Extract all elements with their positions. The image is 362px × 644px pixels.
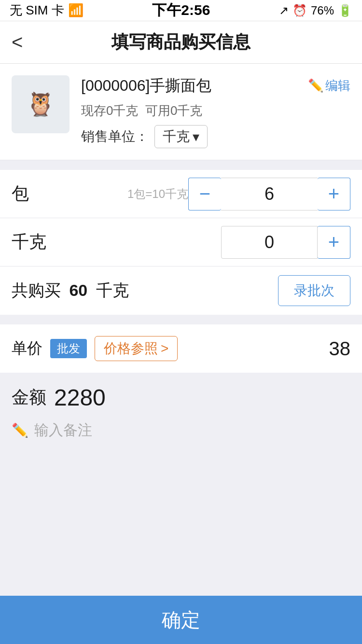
alarm-icon: ⏰ <box>292 4 307 17</box>
batch-button[interactable]: 录批次 <box>278 275 350 306</box>
price-label: 单价 <box>12 338 42 359</box>
status-bar: 无 SIM 卡 📶 下午2:56 ↗ ⏰ 76% 🔋 <box>0 0 362 21</box>
pack-row: 包 1包=10千克 − + <box>0 170 362 218</box>
pack-decrement-button[interactable]: − <box>188 178 221 210</box>
status-left: 无 SIM 卡 📶 <box>10 2 84 19</box>
unit-select[interactable]: 千克 ▾ <box>154 125 208 148</box>
kg-label: 千克 <box>12 230 221 254</box>
amount-section: 金额 2280 ✏️ 输入备注 <box>0 373 362 452</box>
status-time: 下午2:56 <box>152 0 210 20</box>
price-value: 38 <box>329 338 351 360</box>
pack-hint: 1包=10千克 <box>127 186 188 202</box>
separator-2 <box>0 315 362 324</box>
note-row[interactable]: ✏️ 输入备注 <box>12 420 350 452</box>
product-logo-icon: 🦉 <box>26 91 55 118</box>
note-icon: ✏️ <box>12 422 28 438</box>
status-right: ↗ ⏰ 76% 🔋 <box>279 4 352 17</box>
amount-label: 金额 <box>12 386 46 409</box>
price-reference-button[interactable]: 价格参照 > <box>95 336 178 361</box>
battery-icon: 🔋 <box>338 4 352 17</box>
confirm-button[interactable]: 确定 <box>0 596 362 644</box>
kg-qty-input[interactable] <box>221 226 318 259</box>
product-thumbnail: 🦉 <box>12 75 70 133</box>
pack-label: 包 <box>12 182 122 206</box>
back-button[interactable]: < <box>12 31 23 53</box>
wifi-icon: 📶 <box>68 3 84 18</box>
product-section: 🦉 [0000006]手撕面包 现存0千克 可用0千克 销售单位： 千克 ▾ ✏… <box>0 64 362 160</box>
amount-row: 金额 2280 <box>12 384 350 411</box>
pack-section: 包 1包=10千克 − + 千克 + 共购买 60 千克 录批次 <box>0 170 362 315</box>
battery-label: 76% <box>311 4 334 17</box>
pack-increment-button[interactable]: + <box>318 178 350 210</box>
chevron-down-icon: ▾ <box>193 129 199 145</box>
total-qty: 60 <box>69 281 87 299</box>
unit-label: 销售单位： <box>81 127 149 146</box>
price-section: 单价 批发 价格参照 > 38 <box>0 324 362 373</box>
pack-qty-input[interactable] <box>221 178 318 210</box>
product-stock: 现存0千克 可用0千克 <box>81 102 350 119</box>
page-title: 填写商品购买信息 <box>111 30 251 54</box>
edit-icon: ✏️ <box>308 78 323 93</box>
kg-row: 千克 + <box>0 218 362 266</box>
location-icon: ↗ <box>279 4 289 17</box>
kg-qty-control: + <box>221 226 350 259</box>
edit-button[interactable]: ✏️ 编辑 <box>308 77 350 94</box>
chevron-right-icon: > <box>161 341 168 356</box>
sim-label: 无 SIM 卡 <box>10 2 64 19</box>
price-type-tag: 批发 <box>50 339 87 358</box>
total-row: 共购买 60 千克 录批次 <box>0 266 362 315</box>
amount-value: 2280 <box>54 384 106 411</box>
kg-increment-button[interactable]: + <box>318 226 350 259</box>
product-unit-row: 销售单位： 千克 ▾ <box>81 125 350 148</box>
pack-qty-control: − + <box>188 178 350 210</box>
note-placeholder: 输入备注 <box>34 420 92 440</box>
total-text: 共购买 60 千克 <box>12 280 129 302</box>
nav-bar: < 填写商品购买信息 <box>0 21 362 64</box>
separator-1 <box>0 160 362 170</box>
